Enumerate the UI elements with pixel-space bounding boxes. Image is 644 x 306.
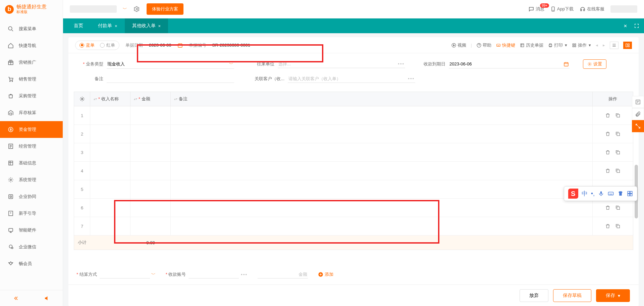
sidebar-item-marketing[interactable]: 营销推广: [0, 54, 63, 71]
remark-input[interactable]: [107, 76, 233, 81]
close-icon[interactable]: ×: [115, 23, 117, 29]
sound-button[interactable]: [32, 295, 63, 301]
trial-button[interactable]: 体验行业方案: [147, 3, 183, 15]
side-tool-note[interactable]: [632, 96, 644, 108]
video-help[interactable]: 视频: [451, 42, 466, 48]
copy-row-icon[interactable]: [615, 113, 621, 118]
copy-row-icon[interactable]: [615, 150, 621, 155]
add-settlement[interactable]: 添加: [318, 271, 333, 277]
copy-row-icon[interactable]: [615, 223, 621, 229]
settle-account-input[interactable]: [189, 270, 239, 278]
next-doc[interactable]: ▸: [603, 43, 605, 48]
cell-income-name[interactable]: [90, 162, 130, 180]
save-button[interactable]: 保存▾: [596, 289, 630, 302]
cell-income-name[interactable]: [90, 143, 130, 161]
settle-amount-input[interactable]: [258, 270, 308, 278]
delete-row-icon[interactable]: [605, 131, 610, 137]
discard-button[interactable]: 放弃: [520, 289, 548, 302]
settle-method-input[interactable]: [100, 270, 150, 278]
tab-home[interactable]: 首页: [66, 18, 91, 33]
cell-amount[interactable]: [130, 217, 171, 235]
settings-icon[interactable]: [134, 6, 140, 12]
table-row[interactable]: 2: [74, 125, 633, 143]
close-icon[interactable]: ×: [158, 23, 161, 29]
cell-remark[interactable]: [171, 125, 593, 143]
messages-button[interactable]: 消息 99+: [528, 6, 544, 12]
sidebar-item-purchase[interactable]: 采购管理: [0, 88, 63, 104]
chevron-down-icon[interactable]: ﹀: [151, 271, 156, 277]
sidebar-item-member[interactable]: 畅会员: [0, 255, 63, 272]
help-link[interactable]: 帮助: [477, 42, 491, 48]
sidebar-item-search[interactable]: 搜索菜单: [0, 20, 63, 37]
party-input[interactable]: [278, 61, 398, 66]
cell-amount[interactable]: [130, 143, 171, 161]
col-remark[interactable]: ▴▾备注: [171, 92, 593, 106]
business-type-input[interactable]: [107, 61, 228, 66]
sidebar-item-system[interactable]: 系统管理: [0, 171, 63, 188]
service-button[interactable]: 在线客服: [580, 6, 604, 12]
more-icon[interactable]: •••: [398, 61, 405, 66]
fullscreen-toggle[interactable]: [631, 20, 642, 31]
calendar-icon[interactable]: [177, 43, 183, 48]
cell-remark[interactable]: [171, 199, 593, 217]
prev-doc[interactable]: ◂: [596, 43, 598, 48]
col-income-name[interactable]: ▴▾收入名称: [90, 92, 130, 106]
more-icon[interactable]: •••: [408, 76, 415, 81]
due-date-input[interactable]: [449, 61, 564, 66]
tab-payment[interactable]: 付款单×: [91, 18, 125, 33]
app-download-button[interactable]: App下载: [550, 6, 574, 12]
related-customer-input[interactable]: [288, 76, 408, 81]
sidebar-item-finance[interactable]: 资金管理: [0, 121, 63, 138]
sidebar-item-quicknav[interactable]: 快捷导航: [0, 37, 63, 54]
sidebar-item-wecom[interactable]: 企业微信: [0, 239, 63, 255]
side-tool-attach[interactable]: [632, 108, 644, 120]
cell-remark[interactable]: [171, 217, 593, 235]
ime-skin-icon[interactable]: [618, 191, 624, 197]
copy-row-icon[interactable]: [615, 131, 621, 137]
delete-row-icon[interactable]: [605, 168, 610, 173]
ime-punct-icon[interactable]: •,: [591, 190, 595, 197]
cell-income-name[interactable]: [90, 106, 130, 124]
chevron-down-icon[interactable]: ﹀: [229, 61, 233, 67]
cell-income-name[interactable]: [90, 125, 130, 143]
history-link[interactable]: 历史单据: [520, 42, 543, 48]
table-row[interactable]: 5: [74, 180, 633, 199]
cell-income-name[interactable]: [90, 180, 130, 198]
table-settings[interactable]: [74, 92, 90, 106]
cell-amount[interactable]: [130, 125, 171, 143]
user-avatar[interactable]: [610, 5, 637, 13]
delete-row-icon[interactable]: [605, 113, 610, 118]
ime-toolbar[interactable]: S 中 •,: [564, 186, 637, 201]
collapse-button[interactable]: [0, 295, 32, 301]
table-row[interactable]: 3: [74, 143, 633, 162]
cell-remark[interactable]: [171, 106, 593, 124]
shortcut-link[interactable]: 快捷键: [496, 42, 515, 48]
sidebar-item-operation[interactable]: 经营管理: [0, 138, 63, 155]
doc-date-value[interactable]: 2023-06-06: [149, 43, 171, 48]
sidebar-item-guide[interactable]: 新手引导: [0, 205, 63, 222]
delete-row-icon[interactable]: [605, 205, 610, 210]
save-draft-button[interactable]: 保存草稿: [553, 289, 591, 302]
ops-link[interactable]: 操作▾: [572, 42, 591, 48]
print-link[interactable]: 打印▾: [548, 42, 567, 48]
sidebar-item-hardware[interactable]: 智能硬件: [0, 222, 63, 239]
table-row[interactable]: 6: [74, 199, 633, 217]
side-tool-expand[interactable]: [632, 120, 644, 132]
cell-amount[interactable]: [130, 199, 171, 217]
view-list[interactable]: [610, 42, 619, 49]
cell-amount[interactable]: [130, 180, 171, 198]
org-selector[interactable]: ﹀: [70, 5, 130, 13]
ime-keyboard-icon[interactable]: [607, 191, 614, 197]
table-row[interactable]: 1: [74, 106, 633, 125]
sidebar-item-collab[interactable]: 企业协同: [0, 188, 63, 205]
col-amount[interactable]: ▴▾金额: [130, 92, 171, 106]
tab-other-income[interactable]: 其他收入单×: [125, 18, 168, 33]
copy-row-icon[interactable]: [615, 205, 621, 210]
delete-row-icon[interactable]: [605, 223, 610, 229]
close-all-tabs[interactable]: ✕: [620, 20, 631, 31]
ime-mic-icon[interactable]: [598, 191, 604, 197]
cell-remark[interactable]: [171, 180, 593, 198]
cell-remark[interactable]: [171, 162, 593, 180]
sidebar-item-basedata[interactable]: 基础信息: [0, 155, 63, 171]
table-row[interactable]: 4: [74, 162, 633, 180]
